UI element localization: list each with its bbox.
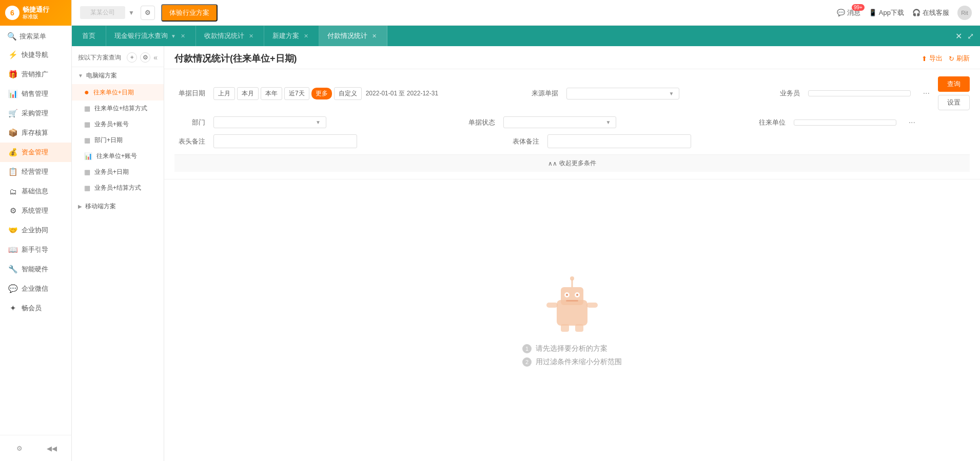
tab-new-scheme[interactable]: 新建方案 ✕: [264, 26, 319, 46]
svg-rect-6: [566, 300, 578, 302]
close-window-icon[interactable]: ✕: [955, 31, 962, 41]
sidebar-item-inventory[interactable]: 📦 库存核算: [0, 123, 71, 143]
scheme-item-unit-settle[interactable]: ▦ 往来单位+结算方式: [72, 101, 164, 116]
last-month-btn[interactable]: 上月: [213, 87, 235, 100]
scheme-settings-btn[interactable]: ⚙: [140, 52, 150, 63]
sidebar-item-guide[interactable]: 📖 新手引导: [0, 240, 71, 259]
scheme-item-staff-settle[interactable]: ▦ 业务员+结算方式: [72, 180, 164, 196]
more-date-btn[interactable]: 更多: [311, 88, 332, 99]
sidebar-item-search[interactable]: 🔍 搜索菜单: [0, 28, 71, 45]
sidebar-item-finance[interactable]: 💰 资金管理: [0, 143, 71, 162]
tip2-num: 2: [522, 357, 532, 367]
tab-cashflow-close[interactable]: ✕: [179, 32, 187, 40]
tabbar: 首页 现金银行流水查询 ▼ ✕ 收款情况统计 ✕ 新建方案 ✕ 付款情况统计 ✕…: [72, 26, 980, 46]
empty-tips: 1 请先选择要分析的方案 2 用过滤条件来缩小分析范围: [522, 344, 622, 367]
download-icon: 📱: [869, 9, 877, 16]
sidebar-label-hardware: 智能硬件: [22, 265, 48, 274]
scheme-label-staff-settle: 业务员+结算方式: [94, 184, 141, 192]
sidebar-item-marketing[interactable]: 🎁 营销推广: [0, 65, 71, 84]
tab-receipt-close[interactable]: ✕: [247, 32, 256, 40]
wechat-icon: 💬: [8, 284, 17, 293]
scheme-item-staff-account[interactable]: ▦ 业务员+账号: [72, 116, 164, 132]
app-download-btn[interactable]: 📱 App下载: [869, 8, 904, 17]
empty-state: 1 请先选择要分析的方案 2 用过滤条件来缩小分析范围: [164, 179, 980, 461]
online-service-btn[interactable]: 🎧 在线客服: [912, 8, 949, 17]
collapse-icon: ∧∧: [548, 160, 557, 167]
sidebar-label-system: 系统管理: [22, 206, 48, 215]
header-note-input[interactable]: [213, 134, 357, 148]
sidebar-item-sales[interactable]: 📊 销售管理: [0, 84, 71, 104]
message-btn[interactable]: 💬 消息 99+: [837, 8, 860, 17]
desktop-group-toggle[interactable]: ▼ 电脑端方案: [72, 67, 164, 84]
scheme-item-unit-date[interactable]: ● 往来单位+日期: [72, 84, 164, 101]
tab-receipt-stat[interactable]: 收款情况统计 ✕: [196, 26, 264, 46]
date-filter-label: 单据日期: [174, 89, 205, 98]
sidebar-item-basic[interactable]: 🗂 基础信息: [0, 182, 71, 201]
body-note-input[interactable]: [547, 134, 691, 148]
quick-nav-icon: ⚡: [8, 50, 17, 59]
scheme-item-unit-account[interactable]: 📊 往来单位+账号: [72, 148, 164, 164]
staff-select[interactable]: [808, 90, 911, 96]
online-service-label: 在线客服: [923, 8, 949, 17]
sidebar-label-sales: 销售管理: [22, 89, 48, 98]
sidebar-label-purchase: 采购管理: [22, 109, 48, 118]
scheme-panel: 按以下方案查询 + ⚙ « ▼ 电脑端方案 ● 往来单位+日期: [72, 46, 164, 461]
refresh-btn[interactable]: ↻ 刷新: [949, 54, 970, 63]
counterpart-more-btn[interactable]: ···: [909, 118, 915, 127]
counterpart-select[interactable]: [794, 119, 896, 126]
last-7days-btn[interactable]: 近7天: [284, 87, 309, 100]
org-selector[interactable]: 某某公司 ▼: [80, 6, 134, 19]
collapse-more-conditions-btn[interactable]: ∧∧ 收起更多条件: [174, 154, 970, 172]
tab-payment-stat[interactable]: 付款情况统计 ✕: [319, 26, 387, 46]
maximize-icon[interactable]: ⤢: [967, 31, 974, 41]
topbar-settings-btn[interactable]: ⚙: [141, 6, 155, 20]
tab-cashflow-dropdown[interactable]: ▼: [171, 33, 176, 39]
inventory-icon: 📦: [8, 128, 17, 137]
tab-payment-close[interactable]: ✕: [370, 32, 379, 40]
custom-date-btn[interactable]: 自定义: [334, 87, 362, 100]
sidebar-item-operation[interactable]: 📋 经营管理: [0, 162, 71, 182]
scheme-collapse-btn[interactable]: «: [153, 53, 158, 62]
search-icon: 🔍: [7, 32, 16, 41]
tab-new-scheme-close[interactable]: ✕: [302, 32, 310, 40]
purchase-icon: 🛒: [8, 109, 17, 118]
query-btn[interactable]: 查询: [938, 76, 970, 92]
sidebar-label-enterprise: 企业协同: [22, 226, 48, 235]
export-btn[interactable]: ⬆ 导出: [922, 54, 943, 63]
source-doc-select[interactable]: ▼: [566, 88, 679, 99]
filter-row-1: 单据日期 上月 本月 本年 近7天 更多 自定义 2022-01-01 至 20…: [174, 76, 970, 110]
add-scheme-btn[interactable]: +: [127, 52, 137, 63]
mobile-group-toggle[interactable]: ▶ 移动端方案: [72, 198, 164, 215]
dept-select[interactable]: ▼: [213, 116, 326, 128]
sidebar-settings-btn[interactable]: ⚙: [5, 440, 34, 456]
sidebar-item-system[interactable]: ⚙ 系统管理: [0, 201, 71, 221]
staff-more-btn[interactable]: ···: [923, 89, 930, 98]
trial-btn[interactable]: 体验行业方案: [161, 4, 218, 22]
tab-cashflow[interactable]: 现金银行流水查询 ▼ ✕: [106, 26, 196, 46]
org-dropdown-icon[interactable]: ▼: [128, 9, 134, 16]
sidebar-collapse-btn[interactable]: ◀◀: [38, 440, 67, 456]
doc-status-select[interactable]: ▼: [503, 116, 616, 128]
scheme-item-dept-date[interactable]: ▦ 部门+日期: [72, 132, 164, 148]
empty-illustration: [541, 274, 603, 336]
sidebar-item-wechat[interactable]: 💬 企业微信: [0, 279, 71, 298]
sidebar-item-vip[interactable]: ✦ 畅会员: [0, 298, 71, 318]
scheme-icon-3: ▦: [84, 121, 90, 128]
svg-rect-8: [586, 303, 598, 308]
sidebar-item-hardware[interactable]: 🔧 智能硬件: [0, 259, 71, 279]
tab-home[interactable]: 首页: [72, 26, 106, 46]
user-avatar[interactable]: Rit: [957, 6, 972, 20]
robot-svg: [541, 274, 603, 336]
headset-icon: 🎧: [912, 9, 920, 16]
sidebar-item-quick-nav[interactable]: ⚡ 快捷导航: [0, 45, 71, 65]
sidebar-item-purchase[interactable]: 🛒 采购管理: [0, 104, 71, 123]
filter-settings-btn[interactable]: 设置: [938, 95, 970, 110]
svg-rect-9: [561, 324, 569, 332]
mobile-arrow-icon: ▶: [78, 204, 82, 209]
main-content: 某某公司 ▼ ⚙ 体验行业方案 💬 消息 99+ 📱 App下载 🎧 在线客服 …: [72, 0, 980, 461]
sidebar-item-enterprise[interactable]: 🤝 企业协同: [0, 221, 71, 240]
this-month-btn[interactable]: 本月: [237, 87, 259, 100]
tabbar-window-actions: ✕ ⤢: [949, 26, 980, 46]
scheme-item-staff-date[interactable]: ▦ 业务员+日期: [72, 164, 164, 180]
this-year-btn[interactable]: 本年: [261, 87, 282, 100]
